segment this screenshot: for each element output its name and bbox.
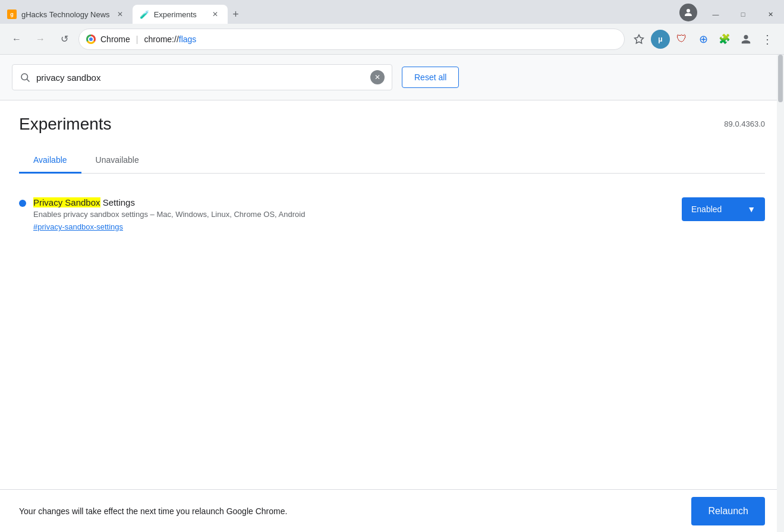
chrome-security-icon	[86, 34, 96, 44]
experiment-controls: Enabled ▼	[682, 197, 765, 221]
profile-icon[interactable]	[736, 30, 755, 49]
minimize-button[interactable]: —	[702, 5, 729, 24]
close-button[interactable]: ✕	[757, 5, 784, 24]
page-body: Experiments 89.0.4363.0 Available Unavai…	[0, 100, 784, 532]
main-content: ✕ Reset all Experiments 89.0.4363.0 Avai…	[0, 55, 784, 532]
svg-point-1	[21, 74, 28, 80]
extensions-icon[interactable]: 🧩	[715, 30, 734, 49]
search-clear-icon[interactable]: ✕	[370, 70, 385, 84]
omnibox-chrome-label: Chrome	[100, 34, 130, 44]
ghacks-favicon-icon: g	[7, 10, 17, 19]
experiment-title-highlight: Privacy Sandbox	[33, 197, 100, 207]
omnibox-separator: |	[136, 34, 138, 44]
experiment-description: Enables privacy sandbox settings – Mac, …	[33, 210, 667, 219]
search-input[interactable]	[36, 73, 364, 83]
bookmark-icon[interactable]	[629, 30, 648, 49]
tab-ghacks-close-icon[interactable]: ✕	[115, 9, 125, 20]
reload-button[interactable]: ↺	[55, 30, 74, 49]
svg-line-2	[27, 79, 29, 81]
search-bar-row: ✕ Reset all	[0, 55, 784, 100]
search-box[interactable]: ✕	[12, 64, 392, 90]
profile-dropdown-icon[interactable]	[679, 4, 697, 21]
experiment-item: Privacy Sandbox Settings Enables privacy…	[19, 188, 765, 241]
experiment-status-dot	[19, 200, 26, 207]
experiment-info: Privacy Sandbox Settings Enables privacy…	[33, 197, 667, 232]
toolbar-icons: μ 🛡 ⊕ 🧩 ⋮	[629, 30, 777, 49]
search-icon	[20, 72, 30, 83]
tab-ghacks-title: gHacks Technology News	[21, 10, 110, 19]
version-text: 89.0.4363.0	[724, 119, 765, 128]
reset-all-button[interactable]: Reset all	[402, 67, 459, 88]
experiment-status-dropdown[interactable]: Enabled ▼	[682, 197, 765, 221]
tabs-container: Available Unavailable	[19, 148, 765, 174]
back-button[interactable]: ←	[7, 30, 26, 49]
menu-icon[interactable]: ⋮	[758, 30, 777, 49]
experiment-title: Privacy Sandbox Settings	[33, 197, 667, 207]
title-bar: g gHacks Technology News ✕ 🧪 Experiments…	[0, 0, 784, 24]
shield-icon[interactable]: 🛡	[672, 30, 691, 49]
maximize-button[interactable]: □	[729, 5, 757, 24]
experiment-left: Privacy Sandbox Settings Enables privacy…	[19, 197, 667, 232]
scrollbar-thumb[interactable]	[778, 55, 783, 102]
tab-ghacks[interactable]: g gHacks Technology News ✕	[0, 5, 133, 24]
relaunch-button[interactable]: Relaunch	[691, 497, 765, 525]
experiments-favicon-icon: 🧪	[140, 10, 149, 19]
experiment-link[interactable]: #privacy-sandbox-settings	[33, 222, 123, 231]
ublock-icon[interactable]: μ	[651, 30, 670, 49]
tab-strip: g gHacks Technology News ✕ 🧪 Experiments…	[0, 0, 679, 24]
tab-experiments-title: Experiments	[154, 10, 205, 19]
bottom-message: Your changes will take effect the next t…	[19, 506, 287, 516]
svg-marker-0	[635, 34, 644, 43]
dropdown-chevron-icon: ▼	[747, 204, 755, 214]
scrollbar[interactable]	[777, 55, 784, 532]
page-title: Experiments	[19, 115, 112, 134]
tab-available[interactable]: Available	[19, 148, 81, 174]
new-tab-button[interactable]: +	[228, 6, 244, 23]
experiment-status-label: Enabled	[691, 204, 722, 214]
tab-unavailable[interactable]: Unavailable	[81, 148, 153, 174]
experiment-title-after: Settings	[100, 197, 135, 207]
address-bar: ← → ↺ Chrome | chrome://flags μ 🛡 ⊕ 🧩 ⋮	[0, 24, 784, 55]
tab-experiments[interactable]: 🧪 Experiments ✕	[133, 5, 228, 24]
bottom-bar: Your changes will take effect the next t…	[0, 489, 784, 532]
extra-icon[interactable]: ⊕	[694, 30, 713, 49]
forward-button[interactable]: →	[31, 30, 50, 49]
omnibox[interactable]: Chrome | chrome://flags	[78, 29, 625, 50]
tab-experiments-close-icon[interactable]: ✕	[210, 9, 221, 20]
omnibox-url: chrome://flags	[144, 34, 196, 44]
page-header: Experiments 89.0.4363.0	[19, 115, 765, 134]
